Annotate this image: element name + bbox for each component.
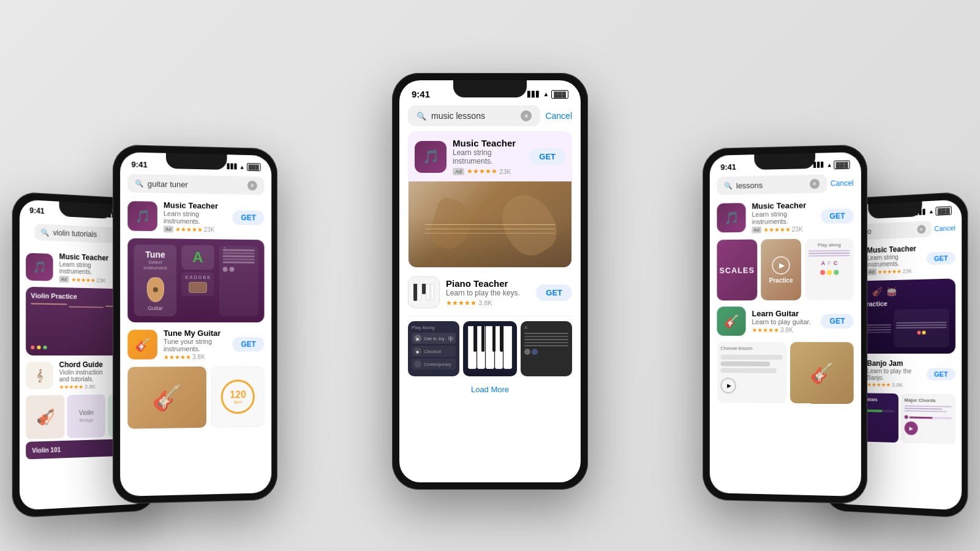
app-icon-tune-l1: 🎸 bbox=[127, 330, 157, 360]
time-left1: 9:41 bbox=[131, 160, 147, 170]
choose-lesson-card: Choose lesson ▶ bbox=[717, 342, 786, 403]
app-icon-mt-l1: 🎵 bbox=[127, 201, 157, 231]
play-btn-2[interactable]: ▶ bbox=[414, 348, 421, 355]
battery-icon-right2: ▓▓▓ bbox=[936, 206, 952, 216]
stars-center-1: ★★★★★ bbox=[467, 167, 497, 175]
bpm-unit: bpm bbox=[234, 400, 242, 404]
ad-badge-center: Ad bbox=[453, 168, 464, 175]
ad-badge-l1: Ad bbox=[164, 226, 173, 232]
stars-r2-2: ★★★★★ bbox=[867, 382, 891, 388]
app-name-center-1: Music Teacher bbox=[453, 138, 523, 148]
search-bar-right1[interactable]: 🔍 lessons ✕ bbox=[717, 175, 826, 196]
count-r1-1: 23K bbox=[792, 226, 803, 233]
cancel-btn-right1[interactable]: Cancel bbox=[831, 179, 854, 188]
phone-right-1: 9:41 ▋▋▋ ▲ ▓▓▓ 🔍 lessons ✕ Cancel 🎵 bbox=[703, 145, 867, 504]
phone-center: 9:41 ▋▋▋ ▲ ▓▓▓ 🔍 music lessons ✕ Cancel bbox=[392, 73, 588, 490]
signal-icon-left1: ▋▋▋ bbox=[227, 164, 238, 169]
get-btn-l1-2[interactable]: GET bbox=[233, 337, 265, 352]
play-along-label-r1: Play along bbox=[809, 242, 850, 248]
scales-label: SCALES bbox=[719, 265, 755, 275]
chord-label: A bbox=[524, 325, 568, 330]
get-btn-center-2[interactable]: GET bbox=[536, 284, 572, 301]
string-g: G bbox=[198, 275, 202, 280]
play-along-card: Play along A F C bbox=[805, 238, 853, 300]
app-item-guitar-1[interactable]: 🎵 Music Teacher Learn string instruments… bbox=[120, 196, 271, 238]
cancel-btn-center[interactable]: Cancel bbox=[545, 111, 572, 121]
app-icon-learn-guitar: 🎸 bbox=[717, 306, 745, 336]
app-item-right1-2[interactable]: 🎸 Learn Guitar Learn to play guitar. ★★★… bbox=[710, 303, 861, 340]
chord-C: C bbox=[834, 260, 838, 266]
app-desc-r1-1: Learn string instruments. bbox=[752, 210, 815, 226]
wifi-icon-right1: ▲ bbox=[827, 162, 832, 168]
string-a: A bbox=[189, 275, 192, 280]
get-btn-r2-1[interactable]: GET bbox=[927, 251, 956, 265]
get-btn-r2-2[interactable]: GET bbox=[927, 368, 956, 381]
search-query-left2: violin tutorials bbox=[53, 229, 97, 239]
clear-btn-left1[interactable]: ✕ bbox=[247, 181, 257, 191]
guitar-fretboard-icon: 🎸 bbox=[809, 361, 834, 384]
clear-btn-right2[interactable]: ✕ bbox=[917, 225, 925, 234]
play-btn-3[interactable] bbox=[414, 360, 421, 368]
search-row-right1: 🔍 lessons ✕ Cancel bbox=[717, 174, 853, 195]
app-name-center-2: Piano Teacher bbox=[446, 278, 530, 289]
track-2: Classical bbox=[424, 349, 441, 354]
search-query-left1: guitar tuner bbox=[148, 179, 188, 189]
count-r2-1: 23K bbox=[903, 268, 913, 275]
signal-icon-center: ▋▋▋ bbox=[527, 91, 540, 97]
app-desc-l2-2: Violin instruction and tutorials. bbox=[59, 369, 111, 383]
play-btn-1[interactable]: ▶ bbox=[414, 335, 421, 342]
search-bar-left1[interactable]: 🔍 guitar tuner ✕ bbox=[127, 174, 264, 195]
get-btn-r1-1[interactable]: GET bbox=[821, 208, 853, 224]
fiddle-icon: 🎻 bbox=[872, 286, 881, 296]
count-r2-2: 3.8K bbox=[892, 382, 903, 388]
stars-l1-1: ★★★★★ bbox=[175, 226, 203, 234]
cancel-btn-right2[interactable]: Cancel bbox=[934, 224, 956, 233]
search-icon-right1: 🔍 bbox=[724, 181, 733, 189]
clear-btn-right1[interactable]: ✕ bbox=[810, 179, 820, 189]
stars-l2-1: ★★★★★ bbox=[71, 276, 95, 283]
get-btn-r1-2[interactable]: GET bbox=[821, 314, 853, 329]
guitar-learn-screenshots: Choose lesson ▶ 🎸 bbox=[717, 342, 853, 405]
clear-btn-center[interactable]: ✕ bbox=[521, 110, 532, 121]
banjo-icon2: 🥁 bbox=[886, 286, 897, 296]
search-icon-center: 🔍 bbox=[417, 112, 426, 121]
clear-icon-right1: ✕ bbox=[812, 181, 817, 187]
play-along-label: Play Along bbox=[412, 325, 456, 330]
practice-play-btn[interactable]: ▶ bbox=[772, 256, 790, 274]
featured-app-card[interactable]: 🎵 Music Teacher Learn string instruments… bbox=[408, 131, 572, 268]
load-more-btn[interactable]: Load More bbox=[471, 385, 509, 394]
practice-card: ▶ Practice bbox=[761, 239, 801, 300]
app-icon-mt-center: 🎵 bbox=[415, 141, 447, 173]
app-desc-l1-2: Tune your string instruments. bbox=[164, 338, 227, 352]
get-btn-center-1[interactable]: GET bbox=[529, 148, 565, 165]
stars-r1-2: ★★★★★ bbox=[752, 327, 779, 333]
load-more-section: Load More bbox=[399, 379, 581, 400]
signal-icon-right1: ▋▋▋ bbox=[813, 162, 824, 167]
track-3: Contemporary bbox=[424, 362, 451, 367]
guitar-icon-l1: 🎸 bbox=[152, 383, 183, 412]
app-desc-l1-1: Learn string instruments. bbox=[164, 210, 227, 226]
stars-center-2: ★★★★★ bbox=[446, 299, 477, 307]
major-chords-play[interactable]: ▶ bbox=[904, 421, 918, 435]
count-center-1: 23K bbox=[499, 168, 511, 175]
note-label: A bbox=[192, 249, 203, 266]
app-desc-center-2: Learn to play the keys. bbox=[446, 289, 530, 297]
count-l1-2: 3.8K bbox=[192, 354, 205, 360]
app-icon-chord: 𝄞 bbox=[26, 362, 53, 389]
battery-icon-center: ▓▓▓ bbox=[551, 90, 568, 99]
app-item-right1-1[interactable]: 🎵 Music Teacher Learn string instruments… bbox=[710, 196, 861, 238]
app-name-r1-2: Learn Guitar bbox=[752, 309, 815, 318]
choose-lesson-play[interactable]: ▶ bbox=[720, 378, 736, 393]
battery-icon-left1: ▓▓▓ bbox=[247, 163, 261, 171]
battery-icon-right1: ▓▓▓ bbox=[834, 160, 850, 169]
app-item-center-2[interactable]: Piano Teacher Learn to play the keys. ★★… bbox=[399, 272, 581, 313]
tune-label: Tune bbox=[139, 249, 172, 260]
get-btn-l1-1[interactable]: GET bbox=[233, 210, 265, 226]
clear-icon-center: ✕ bbox=[524, 113, 529, 120]
app-item-guitar-2[interactable]: 🎸 Tune My Guitar Tune your string instru… bbox=[120, 325, 271, 365]
ad-badge-r1: Ad bbox=[752, 227, 761, 234]
search-bar-center[interactable]: 🔍 music lessons ✕ bbox=[408, 105, 540, 126]
clear-icon-left1: ✕ bbox=[250, 183, 255, 189]
tuner-screenshot-card: Tune Select Instrument Guitar A bbox=[127, 238, 264, 322]
app-name-l2-2: Chord Guide bbox=[59, 360, 111, 369]
